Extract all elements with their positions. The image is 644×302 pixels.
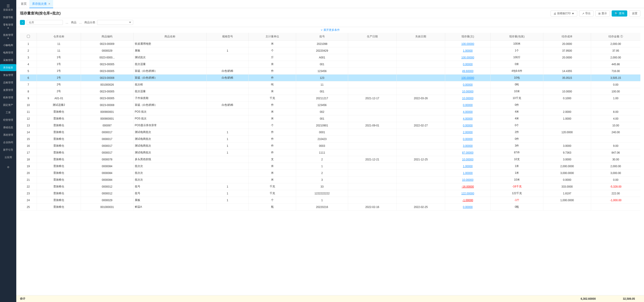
table-row[interactable]: 8 2号 0023-00005 批次适量 米 001 10.00000 10米 … [20,88,640,95]
table-row[interactable]: 9 A01-01 0023-00005 子件保质期 千克 20211217 20… [20,95,640,102]
sidebar-guide[interactable]: 新手引导 [0,146,16,153]
cell-code: 0000029 [81,47,134,54]
cell-amount: 1.00 [591,95,640,102]
cell-index: 21 [20,177,37,183]
cell-qty-pkg: 2件 [490,129,543,136]
cell-qty-main[interactable]: 100.00000 [445,41,490,47]
table-row[interactable]: 6 1号 0023-00008 富硫（白色/奶棉） 白色/奶棉 件 123 10… [20,75,640,81]
cell-warehouse: 1号 [37,54,81,61]
cell-qty-main[interactable]: 0.00000 [445,81,490,88]
query-button[interactable]: 🔍 查询 [612,11,627,17]
cell-qty-main[interactable]: 0.00000 [445,204,490,210]
tab-inventory-batch[interactable]: 库存批次查 ✕ [30,0,53,8]
sidebar-nav[interactable]: 快捷导航 [0,14,16,21]
cell-qty-pkg: 10米 [490,88,543,95]
cell-prod-date: 2021-12-17 [348,95,396,102]
cell-qty-main[interactable]: 10.00000 [445,88,490,95]
tab-home[interactable]: 首页 [18,0,30,8]
table-row[interactable]: 11 普旅粮仓 000900001 POS 批次 米 002 4.00000 4… [20,108,640,115]
cell-exp-date [396,61,445,68]
col-name: 商品名称 [133,33,206,41]
sidebar-retail[interactable]: 零售管理 ▼ [0,21,16,31]
cell-qty-main[interactable]: 100.00000 [445,75,490,81]
cell-qty-main[interactable]: 4.00000 [445,115,490,122]
table-row[interactable]: 20 普旅粮仓 0000084 批次次 米 2 1.00000 1米 3,000… [20,170,640,177]
cell-qty-main[interactable]: 0.00000 [445,122,490,129]
cell-qty-main[interactable]: 0.00000 [445,136,490,142]
cell-qty-main[interactable]: 122.00000 [445,190,490,197]
table-row[interactable]: 25 普旅粮仓 001000031 鲜蒜A 瓶 20220216 2022-02… [20,204,640,210]
sidebar-corp[interactable]: 企业协同 [0,139,16,146]
display-button[interactable]: ⊞ 显示 [595,11,610,17]
table-row[interactable]: 23 普旅粮仓 0000012 批号 1 千克 1222222222 122.0… [20,190,640,197]
table-row[interactable]: 13 普旅粮仓 000097 POS显示库存异常 个 20210901 2021… [20,122,640,129]
sidebar-tax[interactable]: 税务管理 [0,94,16,101]
warehouse-input[interactable] [27,20,63,25]
sidebar-search[interactable]: ☰ 搜索菜单 [0,2,16,13]
table-row[interactable]: 21 普旅粮仓 0000084 批次次 米 3 10.00000 10米 0.0… [20,177,640,183]
sidebar-cloud[interactable]: 云应用 [0,154,16,161]
sidebar-purchase[interactable]: 采购管理 [0,57,16,64]
select-all-checkbox[interactable] [27,35,30,38]
cell-qty-main[interactable]: -1.00000 [445,197,490,204]
cell-qty-main[interactable]: 3.00000 [445,142,490,149]
sidebar-system[interactable]: 系统管理 [0,131,16,138]
tab-close-icon[interactable]: ✕ [48,2,50,6]
print-button[interactable]: 🖨 按模板打印 ▼ [550,11,577,17]
cell-qty-main[interactable]: 1.00000 [445,47,490,54]
table-row[interactable]: 17 普旅粮仓 0000017 测试电商批次 1 件 1111 87.00000… [20,149,640,156]
cell-qty-main[interactable]: 1.00000 [445,163,490,170]
export-button[interactable]: ↗ 导出 [579,11,594,17]
table-row[interactable]: 10 测试适量2 0023-00008 富硫（白色/奶棉） 白色/奶棉 件 12… [20,102,640,108]
gear-icon[interactable]: ⚙ [0,164,16,171]
cell-qty-main[interactable]: 10.00000 [445,177,490,183]
table-row[interactable]: 4 1号 0023-00005 批次适量 米 001 0.00000 0米 44… [20,61,640,68]
sidebar-business[interactable]: 经营管理 [0,116,16,123]
cell-exp-date [396,129,445,136]
cell-qty-main[interactable]: 2.00000 [445,129,490,136]
filter-expand-left-button[interactable]: › [20,20,25,25]
expand-conditions-button[interactable]: ∨ 展开更多条件 [320,28,340,32]
sidebar-assets[interactable]: 固定资产 [0,101,16,108]
sidebar-basic[interactable]: 基础信息 [0,124,16,131]
sidebar-invoice[interactable]: 发票管理 [0,87,16,94]
table-row[interactable]: 16 普旅粮仓 0000017 测试电商批次 1 件 0003 3.00000 … [20,142,640,149]
cell-spec [206,122,248,129]
settings-button[interactable]: 设置 [629,11,640,17]
table-row[interactable]: 24 普旅粮仓 0000029 展板 1 个 1 -1.00000 -1个 1,… [20,197,640,204]
cell-exp-date [396,177,445,183]
sidebar-ecom[interactable]: 小触电商 [0,42,16,49]
cell-prod-date [348,190,396,197]
cell-qty-main[interactable]: 10.00000 [445,95,490,102]
category-select[interactable] [97,20,133,25]
cell-qty-main[interactable]: -16.00000 [445,183,490,190]
table-row[interactable]: 22 普旅粮仓 0000012 批号 1 千克 33 -16.00000 -16… [20,183,640,190]
sidebar-inventory[interactable]: 库存核算 [0,64,16,71]
sidebar-ledger[interactable]: 总账管理 [0,79,16,86]
cell-exp-date [396,88,445,95]
cell-qty-pkg: 100斤 [490,54,543,61]
sidebar-salary[interactable]: 工资 [0,109,16,116]
cell-qty-main[interactable]: 0.00000 [445,61,490,68]
table-row[interactable]: 7 2号 001000026 批次框 吨 11 0.00000 0吨 0.00 [20,81,640,88]
cell-qty-main[interactable]: 100.00000 [445,54,490,61]
table-row[interactable]: 5 1号 0023-00005 富硫（白色/奶棉） 白色/奶棉 件 123456… [20,68,640,75]
cell-qty-main[interactable]: 1.00000 [445,170,490,177]
cell-qty-main[interactable]: 87.00000 [445,149,490,156]
table-row[interactable]: 19 普旅粮仓 0000084 批次次 米 1 1.00000 1米 2,000… [20,163,640,170]
sidebar-wholesale[interactable]: 批发管理 ▼ [0,32,16,41]
sidebar-ecomm[interactable]: 电商管理 [0,49,16,56]
cell-qty-main[interactable]: 4.00000 [445,108,490,115]
cell-qty-main[interactable]: 10.00000 [445,156,490,163]
table-row[interactable]: 3 1号 0023-0000... 测试批次 斤 A001 100.00000 … [20,54,640,61]
table-row[interactable]: 1 11 0023-00009 软皮通用地垫 米 2021098 100.000… [20,41,640,47]
table-row[interactable]: 15 普旅粮仓 0000017 测试电商批次 1 件 210423 0.0000… [20,136,640,142]
table-row[interactable]: 2 11 0000029 展板 1 个 20220429 1.00000 1个 … [20,47,640,54]
cell-qty-main[interactable]: 0.00000 [445,102,490,108]
table-row[interactable]: 14 普旅粮仓 0000017 测试电商批次 1 件 0001 2.00000 … [20,129,640,136]
cell-qty-main[interactable]: 49.60000 [445,68,490,75]
table-row[interactable]: 18 普旅粮仓 0000078 多头黑色软线 支 2 2021-12-21 20… [20,156,640,163]
table-row[interactable]: 12 普旅粮仓 000900001 POS 批次 米 001 4.00000 4… [20,115,640,122]
table-wrapper[interactable]: 仓库名称 商品编码 商品名称 规格型号 主计量单位 批号 生产日期 失效日期 现… [16,33,644,295]
sidebar-finance[interactable]: 资金管理 [0,72,16,79]
